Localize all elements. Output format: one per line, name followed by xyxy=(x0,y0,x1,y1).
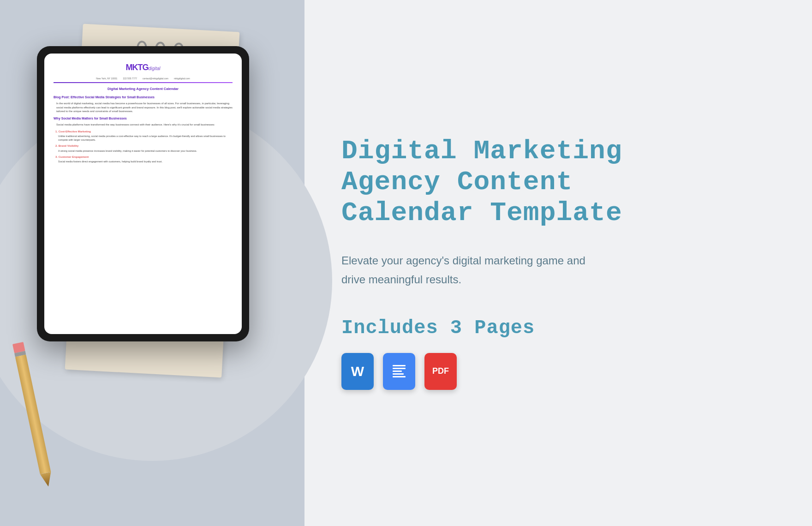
docs-line-4 xyxy=(393,373,404,375)
section1-body: In the world of digital marketing, socia… xyxy=(54,102,233,114)
contact-web: mktgdigital.com xyxy=(174,77,190,80)
docs-line-3 xyxy=(393,371,402,372)
description: Elevate your agency's digital marketing … xyxy=(341,251,600,289)
doc-divider xyxy=(54,82,233,83)
doc-title: Digital Marketing Agency Content Calenda… xyxy=(54,87,233,92)
contact-phone: 222 555 7777 xyxy=(123,77,137,80)
section2-title: Why Social Media Matters for Small Busin… xyxy=(54,116,233,121)
title-line3: Calendar Template xyxy=(341,198,775,229)
includes-section: Includes 3 Pages W PDF xyxy=(341,317,775,390)
title-line1: Digital Marketing xyxy=(341,136,775,167)
docs-line-2 xyxy=(393,368,406,369)
logo-digital: digital xyxy=(148,66,160,71)
docs-line-5 xyxy=(393,376,406,377)
docs-line-1 xyxy=(393,365,406,366)
main-title: Digital Marketing Agency Content Calenda… xyxy=(341,136,775,228)
document-content: MKTGdigital New York, NY 10001 222 555 7… xyxy=(44,54,242,174)
item2-body: A strong social media presence increases… xyxy=(54,149,233,153)
item3-title: 3. Customer Engagement xyxy=(54,155,233,159)
docs-lines xyxy=(391,363,407,379)
format-pdf-icon[interactable]: PDF xyxy=(424,353,457,390)
left-panel: MKTGdigital New York, NY 10001 222 555 7… xyxy=(0,0,304,526)
section2-body: Social media platforms have transformed … xyxy=(54,123,233,127)
item2-title: 2. Brand Visibility xyxy=(54,144,233,148)
format-docs-icon[interactable] xyxy=(383,353,415,390)
section1-title: Blog Post: Effective Social Media Strate… xyxy=(54,95,233,100)
format-word-icon[interactable]: W xyxy=(341,353,374,390)
format-icons: W PDF xyxy=(341,353,775,390)
item1-body: Unlike traditional advertising, social m… xyxy=(54,134,233,142)
doc-logo: MKTGdigital xyxy=(54,62,233,73)
right-panel: Digital Marketing Agency Content Calenda… xyxy=(304,0,812,526)
tablet-screen: MKTGdigital New York, NY 10001 222 555 7… xyxy=(44,54,242,334)
contact-address: New York, NY 10001 xyxy=(96,77,117,80)
item3-body: Social media fosters direct engagement w… xyxy=(54,160,233,163)
logo-mktg: MKTG xyxy=(125,63,148,72)
doc-contact: New York, NY 10001 222 555 7777 contact@… xyxy=(54,77,233,80)
pdf-label: PDF xyxy=(432,366,449,376)
includes-title: Includes 3 Pages xyxy=(341,317,775,339)
contact-email: contact@mktgdigital.com xyxy=(143,77,168,80)
word-label: W xyxy=(351,364,364,379)
title-line2: Agency Content xyxy=(341,167,775,198)
pencil-tip xyxy=(40,472,54,488)
item1-title: 1. Cost-Effective Marketing xyxy=(54,130,233,133)
tablet: MKTGdigital New York, NY 10001 222 555 7… xyxy=(37,46,249,341)
